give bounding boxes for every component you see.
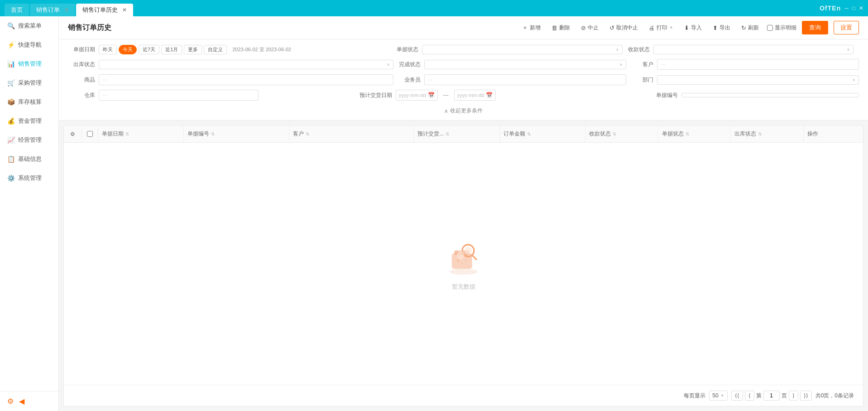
- import-label: 导入: [691, 24, 702, 32]
- th-amount[interactable]: 订单金额 ⇅: [500, 126, 585, 142]
- export-button[interactable]: ⬆ 导出: [710, 22, 733, 34]
- th-customer-label: 客户: [293, 130, 304, 138]
- date-btn-today[interactable]: 今天: [119, 45, 137, 54]
- sidebar-item-basic-info[interactable]: 📋 基础信息: [0, 150, 58, 169]
- close-window-button[interactable]: ✕: [859, 5, 863, 11]
- date-to-placeholder: yyyy-mm-dd: [457, 92, 484, 98]
- complete-status-select[interactable]: ▾: [424, 60, 626, 69]
- sidebar-item-sales[interactable]: 📊 销售管理: [0, 54, 58, 73]
- th-check[interactable]: [82, 126, 98, 141]
- th-delivery[interactable]: 预计交货... ⇅: [414, 126, 499, 142]
- sidebar-bottom: ⚙ ◀: [0, 391, 58, 411]
- salesperson-label: 业务员: [393, 76, 421, 84]
- new-button[interactable]: ＋ 新增: [519, 22, 543, 34]
- per-page-select[interactable]: 50 ▼: [709, 391, 727, 401]
- order-number-input[interactable]: [681, 93, 859, 97]
- delete-icon: 🗑: [551, 24, 557, 31]
- dept-select[interactable]: ▾: [657, 75, 859, 85]
- new-label: 新增: [530, 24, 541, 32]
- sidebar-settings-icon[interactable]: ⚙: [7, 397, 14, 406]
- per-page-value: 50: [712, 392, 718, 399]
- svg-point-0: [449, 269, 477, 275]
- stop-button[interactable]: ⊘ 中止: [578, 22, 601, 34]
- first-page-button[interactable]: ⟨⟨: [731, 391, 743, 401]
- page-input[interactable]: [763, 391, 780, 401]
- date-range-text: 2023-06-02 至 2023-06-02: [232, 46, 291, 53]
- sidebar-label-quick-nav: 快捷导航: [18, 41, 42, 49]
- date-btn-yesterday[interactable]: 昨天: [99, 45, 117, 54]
- tab-home[interactable]: 首页: [5, 4, 29, 16]
- sidebar-item-purchase[interactable]: 🛒 采购管理: [0, 73, 58, 92]
- finance-icon: 💰: [7, 117, 14, 125]
- brand-label: OfTEn: [820, 5, 841, 12]
- sidebar-item-finance[interactable]: 💰 资金管理: [0, 111, 58, 131]
- next-page-button[interactable]: ⟩: [789, 391, 798, 401]
- th-customer[interactable]: 客户 ⇅: [289, 126, 414, 142]
- goods-label: 商品: [68, 76, 95, 84]
- payment-status-select[interactable]: ▾: [653, 45, 854, 54]
- show-detail-checkbox[interactable]: [767, 25, 773, 31]
- th-out-status[interactable]: 出库状态 ⇅: [731, 126, 804, 142]
- maximize-button[interactable]: □: [852, 5, 855, 11]
- minimize-button[interactable]: ─: [844, 5, 849, 11]
- th-settings[interactable]: ⚙: [64, 126, 82, 142]
- tab-sales-order-close[interactable]: ✕: [64, 7, 69, 13]
- th-number[interactable]: 单据编号 ⇅: [184, 126, 289, 142]
- amount-sort-icon: ⇅: [527, 131, 531, 136]
- print-button[interactable]: 🖨 打印 ▼: [646, 22, 676, 34]
- settings-icon: ⚙: [70, 131, 75, 137]
- last-page-button[interactable]: ⟩⟩: [800, 391, 812, 401]
- import-button[interactable]: ⬇ 导入: [681, 22, 705, 34]
- out-status-select[interactable]: ▾: [99, 60, 393, 69]
- cancel-stop-button[interactable]: ↺ 取消中止: [607, 22, 641, 34]
- query-button[interactable]: 查询: [802, 21, 828, 34]
- refresh-button[interactable]: ↻ 刷新: [739, 22, 762, 34]
- basic-info-icon: 📋: [7, 155, 14, 163]
- date-btn-custom[interactable]: 自定义: [204, 45, 227, 54]
- setting-button[interactable]: 设置: [834, 21, 859, 34]
- system-icon: ⚙️: [7, 174, 14, 182]
- complete-status-label: 完成状态: [393, 61, 421, 68]
- collapse-bar[interactable]: ∧ 收起更多条件: [68, 105, 859, 115]
- warehouse-input[interactable]: ···: [99, 90, 259, 101]
- sidebar-item-quick-nav[interactable]: ⚡ 快捷导航: [0, 35, 58, 54]
- date-btn-7days[interactable]: 近7天: [139, 45, 159, 54]
- sidebar-item-system[interactable]: ⚙️ 系统管理: [0, 169, 58, 188]
- th-order-status[interactable]: 单据状态 ⇅: [658, 126, 731, 142]
- tab-sales-order-label: 销售订单: [36, 6, 60, 14]
- tab-sales-order-history-close[interactable]: ✕: [122, 7, 127, 13]
- sidebar-collapse-icon[interactable]: ◀: [19, 397, 24, 406]
- filter-order-number: 单据编号: [651, 92, 859, 99]
- sidebar-item-operation[interactable]: 📈 经营管理: [0, 131, 58, 150]
- sidebar-label-search-menu: 搜索菜单: [18, 22, 42, 30]
- show-detail-checkbox-label[interactable]: 显示明细: [767, 24, 796, 32]
- table-area: ⚙ 单据日期 ⇅ 单据编号 ⇅ 客户 ⇅ 预计交货...: [63, 125, 863, 406]
- out-status-sort-icon: ⇅: [758, 131, 762, 136]
- date-btn-1month[interactable]: 近1月: [161, 45, 182, 54]
- customer-input[interactable]: ···: [657, 59, 859, 70]
- inventory-icon: 📦: [7, 98, 14, 106]
- th-pay-status[interactable]: 收款状态 ⇅: [585, 126, 658, 142]
- delivery-date-to[interactable]: yyyy-mm-dd 📅: [454, 90, 496, 101]
- order-status-arrow-icon: ▾: [616, 47, 619, 52]
- filter-salesperson: 业务员 ···: [393, 74, 626, 85]
- tab-sales-order-history[interactable]: 销售订单历史 ✕: [76, 4, 133, 16]
- sidebar-item-inventory[interactable]: 📦 库存核算: [0, 92, 58, 111]
- date-btn-more[interactable]: 更多: [184, 45, 202, 54]
- th-date[interactable]: 单据日期 ⇅: [98, 126, 184, 142]
- th-out-status-label: 出库状态: [734, 130, 756, 138]
- sidebar-item-search-menu[interactable]: 🔍 搜索菜单: [0, 16, 58, 35]
- prev-page-button[interactable]: ⟨: [745, 391, 754, 401]
- warehouse-label: 仓库: [68, 92, 95, 99]
- delete-button[interactable]: 🗑 删除: [549, 22, 573, 34]
- plus-icon: ＋: [522, 24, 528, 32]
- select-all-checkbox[interactable]: [87, 131, 93, 137]
- import-icon: ⬇: [684, 24, 689, 31]
- delivery-date-from[interactable]: yyyy-mm-dd 📅: [396, 90, 438, 101]
- order-status-select[interactable]: ▾: [422, 45, 622, 54]
- th-operation-label: 操作: [807, 130, 818, 138]
- salesperson-input[interactable]: ···: [424, 74, 626, 85]
- goods-input[interactable]: ···: [99, 74, 393, 85]
- tab-list: 首页 销售订单 ✕ 销售订单历史 ✕: [5, 0, 133, 16]
- tab-sales-order[interactable]: 销售订单 ✕: [30, 4, 75, 16]
